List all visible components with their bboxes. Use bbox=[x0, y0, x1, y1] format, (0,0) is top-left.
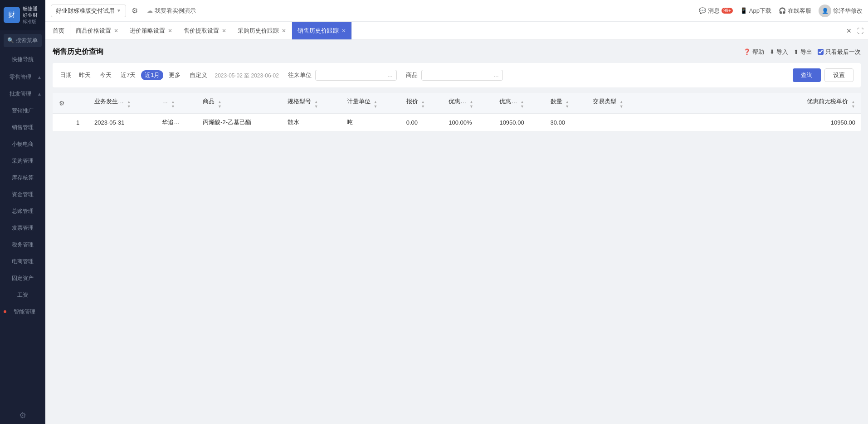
tab-close-icon[interactable]: ✕ bbox=[341, 28, 346, 34]
nav-label: 工资 bbox=[4, 291, 42, 299]
export-link[interactable]: ⬆ 导出 bbox=[794, 48, 812, 56]
tab-close-icon[interactable]: ✕ bbox=[282, 28, 286, 34]
search-menu-button[interactable]: 🔍 搜索菜单 bbox=[4, 34, 42, 47]
page-actions: ❓ 帮助 ⬇ 导入 ⬆ 导出 只看最后一次 bbox=[743, 48, 861, 56]
tab-price[interactable]: 商品价格设置✕ bbox=[70, 22, 124, 40]
main-area: 好业财标准版交付试用 ▼ ⚙ ☁ 我要看实例演示 💬 消息 99+ 📱 App下… bbox=[45, 0, 868, 424]
table-header-qty[interactable]: 数量 ▲▼ bbox=[545, 93, 588, 114]
table-header-more[interactable]: … ▲▼ bbox=[156, 93, 197, 114]
partner-input[interactable]: … bbox=[315, 70, 397, 81]
sidebar-item-ledger[interactable]: 总账管理 bbox=[0, 203, 45, 220]
version-label: 好业财标准版交付试用 bbox=[56, 7, 115, 15]
sidebar-item-purchase[interactable]: 采购管理 bbox=[0, 153, 45, 169]
dropdown-arrow-icon: ▼ bbox=[117, 8, 121, 13]
sort-icon: ▲▼ bbox=[171, 100, 175, 109]
data-table-container: ⚙业务发生… ▲▼… ▲▼商品 ▲▼规格型号 ▲▼计量单位 ▲▼报价 ▲▼优惠…… bbox=[53, 93, 861, 131]
sort-icon: ▲▼ bbox=[127, 100, 131, 109]
sort-icon: ▲▼ bbox=[469, 100, 473, 109]
expand-tab-button[interactable]: ⛶ bbox=[854, 27, 866, 34]
sidebar-item-sales[interactable]: 销售管理 bbox=[0, 119, 45, 136]
table-header-txtype[interactable]: 交易类型 ▲▼ bbox=[587, 93, 647, 114]
sidebar-item-marketing[interactable]: 营销推广 bbox=[0, 102, 45, 119]
table-header-pretax[interactable]: 优惠前无税单价 ▲▼ bbox=[776, 93, 861, 114]
date-btn-last7[interactable]: 近7天 bbox=[117, 70, 139, 80]
only-last-checkbox-label[interactable]: 只看最后一次 bbox=[818, 48, 861, 56]
sidebar-item-invoice[interactable]: 发票管理 bbox=[0, 220, 45, 236]
sidebar-item-inventory[interactable]: 库存核算 bbox=[0, 169, 45, 186]
tab-close-icon[interactable]: ✕ bbox=[114, 28, 118, 34]
sidebar-item-salary[interactable]: 工资 bbox=[0, 287, 45, 304]
help-icon: ❓ bbox=[743, 48, 751, 55]
tab-close-icon[interactable]: ✕ bbox=[222, 28, 226, 34]
only-last-checkbox[interactable] bbox=[818, 49, 824, 55]
row-product: 丙烯酸-2-乙基己酯 bbox=[197, 114, 282, 131]
sidebar-item-wholesale[interactable]: 批发管理▲ bbox=[0, 86, 45, 102]
user-menu[interactable]: 👤 徐泽华修改 bbox=[819, 5, 863, 17]
import-icon: ⬇ bbox=[770, 48, 775, 55]
tab-sale-extract[interactable]: 售价提取设置✕ bbox=[178, 22, 232, 40]
table-row[interactable]: 1 2023-05-31 华追… 丙烯酸-2-乙基己酯 散水 吨 0.00 10… bbox=[53, 114, 861, 131]
messages-button[interactable]: 💬 消息 99+ bbox=[699, 7, 733, 15]
table-header-product[interactable]: 商品 ▲▼ bbox=[197, 93, 282, 114]
row-qty: 30.00 bbox=[545, 114, 588, 131]
row-index: 1 bbox=[71, 114, 89, 131]
date-btn-custom[interactable]: 自定义 bbox=[186, 70, 211, 80]
table-header-spec[interactable]: 规格型号 ▲▼ bbox=[282, 93, 341, 114]
row-pretax: 10950.00 bbox=[776, 114, 861, 131]
app-download-button[interactable]: 📱 App下载 bbox=[740, 7, 771, 15]
table-header-discount1[interactable]: 优惠… ▲▼ bbox=[443, 93, 494, 114]
topbar: 好业财标准版交付试用 ▼ ⚙ ☁ 我要看实例演示 💬 消息 99+ 📱 App下… bbox=[45, 0, 868, 22]
nav-label: 库存核算 bbox=[4, 174, 42, 182]
table-header: ⚙业务发生… ▲▼… ▲▼商品 ▲▼规格型号 ▲▼计量单位 ▲▼报价 ▲▼优惠…… bbox=[53, 93, 861, 114]
tabs-container: 首页商品价格设置✕进价策略设置✕售价提取设置✕采购历史价跟踪✕销售历史价跟踪✕ bbox=[47, 22, 844, 40]
tab-close-icon[interactable]: ✕ bbox=[168, 28, 172, 34]
row-price: 0.00 bbox=[401, 114, 444, 131]
product-more-icon: … bbox=[493, 72, 499, 78]
tab-sales-history[interactable]: 销售历史价跟踪✕ bbox=[292, 22, 352, 40]
messages-badge: 99+ bbox=[722, 8, 733, 14]
sidebar-item-smart[interactable]: 智能管理 bbox=[0, 304, 45, 320]
sidebar-settings-button[interactable]: ⚙ bbox=[19, 410, 26, 420]
sidebar-item-retail[interactable]: 零售管理▲ bbox=[0, 69, 45, 86]
table-header-unit[interactable]: 计量单位 ▲▼ bbox=[341, 93, 401, 114]
date-btn-today[interactable]: 今天 bbox=[96, 70, 115, 80]
table-header-price[interactable]: 报价 ▲▼ bbox=[401, 93, 444, 114]
headphone-icon: 🎧 bbox=[779, 7, 786, 14]
nav-label: 资金管理 bbox=[4, 191, 42, 198]
product-filter-label: 商品 bbox=[406, 71, 418, 79]
sidebar-item-ecom2[interactable]: 电商管理 bbox=[0, 253, 45, 270]
tab-home[interactable]: 首页 bbox=[47, 22, 70, 40]
table-header-date[interactable]: 业务发生… ▲▼ bbox=[89, 93, 156, 114]
table-header-discount2[interactable]: 优惠… ▲▼ bbox=[494, 93, 545, 114]
filter-settings-button[interactable]: 设置 bbox=[824, 68, 853, 82]
column-settings-button[interactable]: ⚙ bbox=[59, 100, 65, 107]
sort-icon: ▲▼ bbox=[314, 100, 318, 109]
date-buttons: 昨天今天近7天近1月更多自定义 bbox=[75, 70, 211, 80]
online-support-button[interactable]: 🎧 在线客服 bbox=[779, 7, 811, 15]
sidebar-logo: 财 畅捷通好业财 标准版 bbox=[0, 0, 45, 30]
version-selector[interactable]: 好业财标准版交付试用 ▼ bbox=[51, 5, 126, 17]
date-btn-last1m[interactable]: 近1月 bbox=[141, 70, 163, 80]
tab-purchase-strategy[interactable]: 进价策略设置✕ bbox=[124, 22, 178, 40]
sort-icon: ▲▼ bbox=[565, 100, 569, 109]
sidebar-item-tax[interactable]: 税务管理 bbox=[0, 236, 45, 253]
import-link[interactable]: ⬇ 导入 bbox=[770, 48, 788, 56]
partner-filter-group: 往来单位 … bbox=[288, 70, 397, 81]
table-body: 1 2023-05-31 华追… 丙烯酸-2-乙基己酯 散水 吨 0.00 10… bbox=[53, 114, 861, 131]
search-button[interactable]: 查询 bbox=[793, 68, 821, 82]
topbar-settings-button[interactable]: ⚙ bbox=[130, 5, 140, 17]
demo-link[interactable]: ☁ 我要看实例演示 bbox=[147, 7, 196, 15]
sidebar-item-finance[interactable]: 资金管理 bbox=[0, 186, 45, 203]
date-btn-yesterday[interactable]: 昨天 bbox=[75, 70, 94, 80]
sidebar-item-ecommerce[interactable]: 小畅电商 bbox=[0, 136, 45, 153]
sidebar-item-asset[interactable]: 固定资产 bbox=[0, 270, 45, 287]
row-gear bbox=[53, 114, 71, 131]
tab-purchase-history[interactable]: 采购历史价跟踪✕ bbox=[232, 22, 292, 40]
close-tab-button[interactable]: ✕ bbox=[844, 27, 854, 34]
tab-label: 首页 bbox=[53, 27, 64, 35]
date-btn-more[interactable]: 更多 bbox=[165, 70, 184, 80]
nav-label: 营销推广 bbox=[4, 107, 42, 115]
product-input[interactable]: … bbox=[421, 70, 503, 81]
help-link[interactable]: ❓ 帮助 bbox=[743, 48, 764, 56]
quick-nav-label: 快捷导航 bbox=[0, 51, 45, 69]
